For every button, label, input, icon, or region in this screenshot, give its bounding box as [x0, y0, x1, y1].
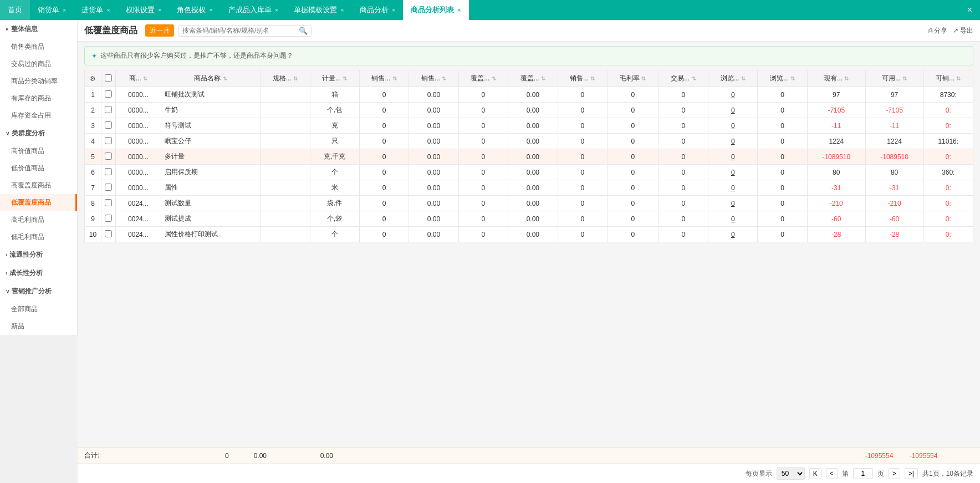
period-button[interactable]: 近一月 [145, 24, 174, 37]
row-check[interactable] [105, 184, 112, 191]
select-all-checkbox[interactable] [105, 74, 112, 82]
nav-product-analysis[interactable]: 商品分析 × [352, 0, 403, 20]
row-checkbox[interactable] [101, 118, 116, 134]
close-product-analysis-icon[interactable]: × [392, 0, 395, 20]
spec-column-header[interactable]: 规格... ⇅ [261, 70, 310, 87]
page-number-input[interactable] [853, 468, 873, 479]
close-role-icon[interactable]: × [209, 0, 212, 20]
row-browse1[interactable]: 0 [708, 211, 758, 227]
sidebar-item-all-goods[interactable]: 全部商品 [0, 301, 77, 318]
row-check[interactable] [105, 121, 112, 129]
sidebar-section-marketing[interactable]: ∨ 营销推广分析 [0, 282, 77, 301]
sales-qty-column-header[interactable]: 销售... ⇅ [359, 70, 409, 87]
nav-sales[interactable]: 销货单 × [30, 0, 74, 20]
row-browse1[interactable]: 0 [708, 87, 758, 103]
close-permission-icon[interactable]: × [158, 0, 161, 20]
row-check[interactable] [105, 90, 112, 98]
first-page-button[interactable]: K [809, 468, 821, 479]
close-product-in-icon[interactable]: × [275, 0, 278, 20]
sidebar-item-high-coverage[interactable]: 高覆盖度商品 [0, 177, 77, 194]
nav-product-analysis-list[interactable]: 商品分析列表 × [403, 0, 468, 20]
saleable-column-header[interactable]: 可销... ⇅ [923, 70, 973, 87]
row-checkbox[interactable] [101, 149, 116, 165]
row-check[interactable] [105, 137, 112, 144]
row-checkbox[interactable] [101, 211, 116, 227]
cover2-column-header[interactable]: 覆盖... ⇅ [508, 70, 558, 87]
sidebar-item-new-goods[interactable]: 新品 [0, 318, 77, 335]
row-trade: 0 [659, 211, 708, 227]
row-browse1[interactable]: 0 [708, 134, 758, 149]
window-close-button[interactable]: × [959, 0, 980, 20]
cover1-column-header[interactable]: 覆盖... ⇅ [458, 70, 508, 87]
row-check[interactable] [105, 152, 112, 160]
row-browse1[interactable]: 0 [708, 118, 758, 134]
sidebar-item-category-rate[interactable]: 商品分类动销率 [0, 73, 77, 90]
share-button[interactable]: ⎙ 分享 [928, 26, 947, 35]
row-browse1[interactable]: 0 [708, 180, 758, 196]
page-size-select[interactable]: 50 100 200 [777, 467, 805, 480]
row-browse1[interactable]: 0 [708, 227, 758, 242]
export-button[interactable]: ↗ 导出 [953, 26, 973, 35]
row-browse1[interactable]: 0 [708, 149, 758, 165]
prev-page-button[interactable]: < [826, 468, 838, 479]
last-page-button[interactable]: >| [905, 468, 918, 479]
browse2-column-header[interactable]: 浏览... ⇅ [758, 70, 807, 87]
row-checkbox[interactable] [101, 87, 116, 103]
sidebar-section-overall[interactable]: « 整体信息 [0, 20, 77, 38]
sidebar-section-group[interactable]: ∨ 类群度分析 [0, 124, 77, 143]
gross-column-header[interactable]: 毛利率 ⇅ [607, 70, 659, 87]
row-checkbox[interactable] [101, 227, 116, 242]
sidebar-item-traded-goods[interactable]: 交易过的商品 [0, 55, 77, 73]
browse1-column-header[interactable]: 浏览... ⇅ [708, 70, 758, 87]
row-check[interactable] [105, 106, 112, 113]
sidebar-item-inventory-capital[interactable]: 库存资金占用 [0, 107, 77, 124]
sidebar-item-sales-goods[interactable]: 销售类商品 [0, 38, 77, 55]
row-check[interactable] [105, 230, 112, 237]
nav-home[interactable]: 首页 [0, 0, 30, 20]
sales-amt-column-header[interactable]: 销售... ⇅ [409, 70, 458, 87]
sidebar-item-low-value[interactable]: 低价值商品 [0, 160, 77, 177]
search-icon: 🔍 [299, 27, 308, 35]
name-column-header[interactable]: 商品名称 ⇅ [161, 70, 260, 87]
close-purchase-icon[interactable]: × [106, 0, 110, 20]
sidebar-item-high-value[interactable]: 高价值商品 [0, 143, 77, 160]
checkbox-column-header [101, 70, 116, 87]
row-checkbox[interactable] [101, 165, 116, 180]
code-column-header[interactable]: 商... ⇅ [116, 70, 161, 87]
row-checkbox[interactable] [101, 103, 116, 118]
trade-column-header[interactable]: 交易... ⇅ [659, 70, 708, 87]
sidebar-item-low-gross[interactable]: 低毛利商品 [0, 228, 77, 246]
sidebar-item-low-coverage[interactable]: 低覆盖度商品 [0, 194, 77, 211]
sidebar-section-liquidity[interactable]: › 流通性分析 [0, 246, 77, 264]
row-check[interactable] [105, 168, 112, 175]
close-template-icon[interactable]: × [340, 0, 344, 20]
nav-purchase[interactable]: 进货单 × [74, 0, 118, 20]
row-check[interactable] [105, 215, 112, 222]
row-browse1[interactable]: 0 [708, 103, 758, 118]
nav-template[interactable]: 单据模板设置 × [286, 0, 351, 20]
row-check[interactable] [105, 199, 112, 206]
row-spec [261, 103, 310, 118]
close-analysis-list-icon[interactable]: × [457, 0, 461, 20]
row-name: 多计量 [161, 149, 260, 165]
row-browse1[interactable]: 0 [708, 165, 758, 180]
sidebar-section-growth[interactable]: › 成长性分析 [0, 264, 77, 282]
search-input[interactable] [182, 27, 299, 34]
current-column-header[interactable]: 现有... ⇅ [807, 70, 865, 87]
nav-product-in[interactable]: 产成品入库单 × [221, 0, 286, 20]
row-checkbox[interactable] [101, 196, 116, 211]
sales3-column-header[interactable]: 销售... ⇅ [558, 70, 607, 87]
row-browse1[interactable]: 0 [708, 196, 758, 211]
nav-permission[interactable]: 权限设置 × [118, 0, 169, 20]
row-checkbox[interactable] [101, 134, 116, 149]
close-sales-icon[interactable]: × [63, 0, 66, 20]
sidebar-item-high-gross[interactable]: 高毛利商品 [0, 211, 77, 228]
row-checkbox[interactable] [101, 180, 116, 196]
unit-column-header[interactable]: 计量... ⇅ [310, 70, 359, 87]
nav-role[interactable]: 角色授权 × [169, 0, 220, 20]
row-available: -11 [865, 118, 923, 134]
next-page-button[interactable]: > [889, 468, 900, 479]
settings-column-header[interactable]: ⚙ [85, 70, 101, 87]
available-column-header[interactable]: 可用... ⇅ [865, 70, 923, 87]
sidebar-item-inventory-goods[interactable]: 有库存的商品 [0, 90, 77, 107]
